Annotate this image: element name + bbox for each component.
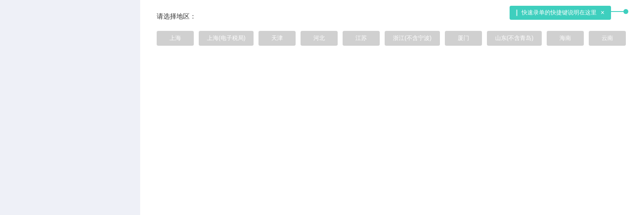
region-btn-yunnan[interactable]: 云南 [589, 31, 626, 46]
region-btn-shanghai[interactable]: 上海 [157, 31, 194, 46]
left-sidebar [0, 0, 140, 215]
tooltip-text: 快速录单的快捷键说明在这里 [522, 9, 597, 16]
tooltip-close-button[interactable]: × [601, 9, 604, 16]
region-btn-hainan[interactable]: 海南 [547, 31, 584, 46]
tooltip-connector-dot [623, 9, 628, 14]
region-btn-zhejiang[interactable]: 浙江(不含宁波) [385, 31, 440, 46]
region-btn-shandong[interactable]: 山东(不含青岛) [487, 31, 542, 46]
tooltip-bar: 快速录单的快捷键说明在这里 × [510, 6, 611, 20]
region-btn-jiangsu[interactable]: 江苏 [343, 31, 380, 46]
tooltip-divider [516, 9, 517, 16]
region-buttons: 上海上海(电子税局)天津河北江苏浙江(不含宁波)厦门山东(不含青岛)海南云南 [157, 31, 628, 46]
tooltip-connector-line [611, 11, 623, 12]
region-btn-tianjin[interactable]: 天津 [259, 31, 296, 46]
region-btn-shanghai-etax[interactable]: 上海(电子税局) [199, 31, 254, 46]
region-btn-hebei[interactable]: 河北 [301, 31, 338, 46]
main-content: 请选择地区： 上海上海(电子税局)天津河北江苏浙江(不含宁波)厦门山东(不含青岛… [140, 0, 644, 215]
region-btn-xiamen[interactable]: 厦门 [445, 31, 482, 46]
